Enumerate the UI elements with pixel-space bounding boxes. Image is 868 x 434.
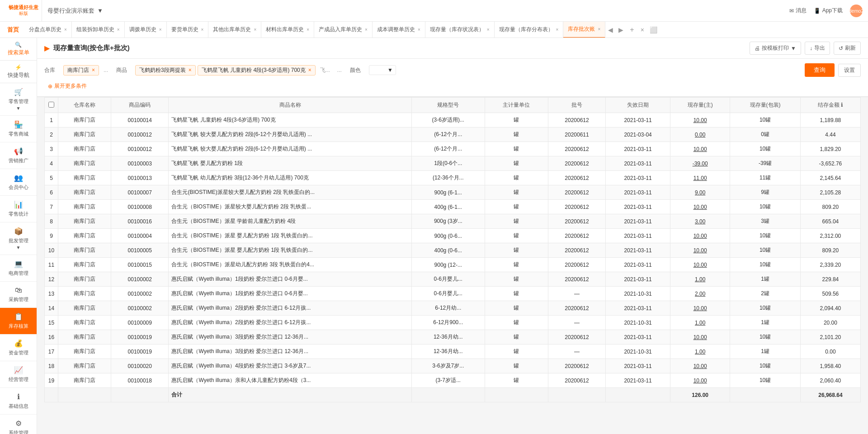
cell-qty-main[interactable]: 10.00	[670, 113, 730, 127]
cell-qty-main[interactable]: 10.00	[670, 330, 730, 344]
sidebar-item-operations[interactable]: 📈 经营管理	[0, 361, 37, 388]
cell-qty-main[interactable]: 1.00	[670, 272, 730, 287]
sidebar-item-basic-info[interactable]: ℹ 基础信息	[0, 388, 37, 415]
sidebar-search[interactable]: 🔍 搜索菜单	[0, 38, 37, 61]
cell-qty-main[interactable]: 10.00	[670, 243, 730, 258]
cell-qty-main[interactable]: 10.00	[670, 258, 730, 272]
tab-材料出库单历史[interactable]: 材料出库单历史 ×	[261, 22, 314, 38]
tab-要货单历史[interactable]: 要货单历史 ×	[167, 22, 209, 38]
print-button[interactable]: 🖨 按模板打印 ▼	[750, 42, 801, 55]
tab-其他出库单历史[interactable]: 其他出库单历史 ×	[208, 22, 261, 38]
cell-unit: 罐	[485, 316, 548, 330]
cell-expire: 2021-03-11	[606, 258, 670, 272]
color-filter-select[interactable]: ▼	[369, 65, 396, 75]
expand-conditions-button[interactable]: ⊕ 展开更多条件	[44, 80, 90, 92]
cell-batch: 20200612	[548, 185, 605, 200]
sidebar-item-purchase[interactable]: 🛍 采购管理	[0, 282, 37, 308]
sidebar-item-ecommerce[interactable]: 💻 电商管理	[0, 255, 37, 282]
tab-现存量库存分布表[interactable]: 现存量（库存分布表） ×	[495, 22, 564, 38]
sidebar-item-retail-mgmt[interactable]: 🛒 零售管理 ▼	[0, 83, 37, 116]
messages-button[interactable]: ✉ 消息	[789, 7, 807, 14]
cell-qty-pack: 1罐	[730, 344, 800, 359]
product-more[interactable]: 飞...	[317, 66, 333, 75]
finance-icon: 💰	[14, 339, 23, 348]
product-more-btn[interactable]: ...	[335, 66, 344, 74]
tab-close-icon[interactable]: ×	[598, 27, 600, 32]
cell-qty-main[interactable]: 10.00	[670, 373, 730, 388]
sidebar-item-marketing[interactable]: 📢 营销推广	[0, 142, 37, 169]
tab-close-icon[interactable]: ×	[487, 27, 490, 32]
product-tag-1-close[interactable]: ×	[189, 67, 192, 73]
tab-prev-button[interactable]: ◀	[605, 26, 616, 33]
warehouse-tag-close[interactable]: ×	[92, 67, 95, 73]
cell-qty-main[interactable]: 10.00	[670, 359, 730, 373]
cell-qty-main[interactable]: 1.00	[670, 316, 730, 330]
col-header-qty-main: 现存量(主)	[670, 98, 730, 113]
tab-成本调整单历史[interactable]: 成本调整单历史 ×	[373, 22, 425, 38]
settings-button[interactable]: 设置	[838, 64, 861, 77]
cell-qty-main[interactable]: 9.00	[670, 185, 730, 200]
tab-maximize-button[interactable]: ⬜	[647, 26, 660, 33]
cell-qty-main[interactable]: 10.00	[670, 301, 730, 316]
cell-expire: 2021-03-11	[606, 200, 670, 214]
cell-batch: 20200612	[548, 330, 605, 344]
export-button[interactable]: ↓ 导出	[805, 42, 830, 55]
cell-qty-main[interactable]: 0.00	[670, 127, 730, 142]
tab-close-icon[interactable]: ×	[159, 27, 162, 32]
cell-qty-main[interactable]: 10.00	[670, 229, 730, 243]
tab-add-button[interactable]: +	[626, 26, 637, 34]
sidebar-item-wholesale[interactable]: 📦 批发管理 ▼	[0, 222, 37, 255]
cell-unit: 罐	[485, 185, 548, 200]
cell-qty-pack: 10罐	[730, 301, 800, 316]
tab-close-icon[interactable]: ×	[418, 27, 420, 32]
refresh-button[interactable]: ↺ 刷新	[834, 42, 861, 55]
tab-close-icon[interactable]: ×	[64, 27, 67, 32]
tab-库存批次账[interactable]: 库存批次账 ×	[563, 22, 605, 38]
search-icon: 🔍	[15, 42, 22, 48]
tab-组装拆卸单历史[interactable]: 组装拆卸单历史 ×	[72, 22, 125, 38]
app-download-button[interactable]: 📱 App下载	[814, 7, 843, 14]
tab-close-icon[interactable]: ×	[365, 27, 368, 32]
cell-unit: 罐	[485, 113, 548, 127]
sidebar-item-members[interactable]: 👥 会员中心	[0, 169, 37, 196]
cell-qty-main[interactable]: 10.00	[670, 200, 730, 214]
cell-expire: 2021-03-11	[606, 185, 670, 200]
expand-sidebar-button[interactable]: ▶	[44, 44, 50, 52]
tab-next-button[interactable]: ▶	[616, 26, 626, 33]
cell-qty-main[interactable]: 2.00	[670, 287, 730, 301]
select-all-checkbox[interactable]	[48, 102, 54, 108]
tab-现存量库存状况表[interactable]: 现存量（库存状况表） ×	[425, 22, 495, 38]
sidebar-item-inventory[interactable]: 📋 库存核算	[0, 308, 37, 335]
cell-qty-main[interactable]: 1.00	[670, 344, 730, 359]
warehouse-more[interactable]: ...	[101, 66, 111, 74]
tab-close-icon[interactable]: ×	[556, 27, 559, 32]
cell-batch: —	[548, 287, 605, 301]
cell-spec: 0-6月婴儿...	[411, 272, 485, 287]
cell-qty-main[interactable]: 3.00	[670, 214, 730, 229]
cell-code: 00100016	[111, 214, 169, 229]
product-tag-2-close[interactable]: ×	[308, 67, 311, 73]
tab-调拨单历史[interactable]: 调拨单历史 ×	[125, 22, 167, 38]
tab-close-icon[interactable]: ×	[117, 27, 120, 32]
user-avatar-button[interactable]: demo2	[850, 5, 863, 17]
tab-close-icon[interactable]: ×	[254, 27, 256, 32]
tab-home[interactable]: 首页	[2, 26, 24, 34]
tab-分盘点单历史[interactable]: 分盘点单历史 ×	[24, 22, 72, 38]
sidebar-quicknav[interactable]: ⚡ 快捷导航	[0, 61, 37, 83]
tab-close-icon[interactable]: ×	[201, 27, 204, 32]
sidebar-item-retail-shop[interactable]: 🏪 零售商城	[0, 116, 37, 142]
cell-unit: 罐	[485, 330, 548, 344]
cell-qty-main[interactable]: -39.00	[670, 156, 730, 171]
query-button[interactable]: 查询	[805, 63, 835, 77]
tab-close-all-button[interactable]: ×	[638, 26, 647, 33]
tab-产成品入库单历史[interactable]: 产成品入库单历史 ×	[314, 22, 373, 38]
cell-amount: 2,094.40	[800, 301, 860, 316]
cell-qty-main[interactable]: 11.00	[670, 171, 730, 185]
sidebar-item-retail-stats[interactable]: 📊 零售统计	[0, 196, 37, 222]
industry-selector[interactable]: 母婴行业演示账套 ▼	[42, 0, 111, 21]
cell-qty-main[interactable]: 10.00	[670, 142, 730, 156]
sidebar-item-finance[interactable]: 💰 资金管理	[0, 335, 37, 361]
tab-close-icon[interactable]: ×	[307, 27, 309, 32]
sidebar-item-system[interactable]: ⚙ 系统管理	[0, 415, 37, 434]
col-header-checkbox[interactable]	[45, 98, 58, 113]
